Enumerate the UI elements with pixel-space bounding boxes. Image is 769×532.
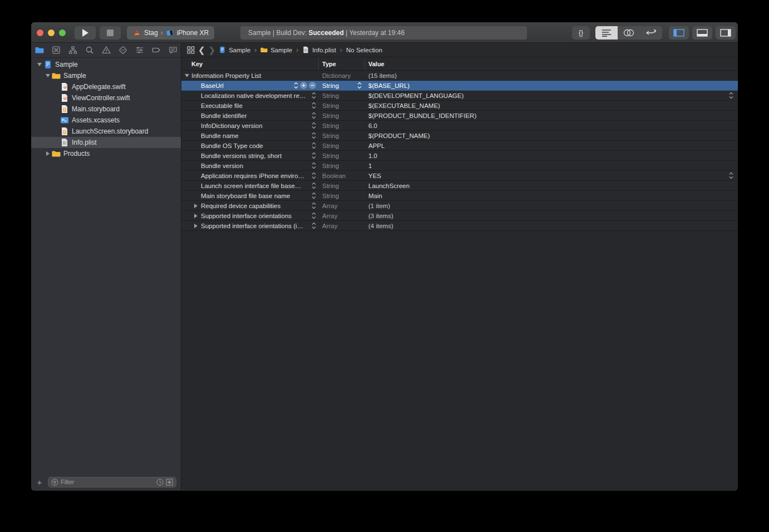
version-editor-button[interactable]	[640, 26, 662, 40]
type-stepper[interactable]	[357, 82, 362, 89]
tree-item-sample[interactable]: Sample	[31, 70, 181, 81]
value-stepper[interactable]	[729, 172, 733, 179]
zoom-window-button[interactable]	[59, 29, 66, 36]
scheme-selector[interactable]: Stag › iPhone XR	[127, 26, 214, 40]
disclosure-closed-icon[interactable]	[194, 204, 198, 208]
key-stepper[interactable]	[312, 222, 316, 229]
plist-row-launch-screen-interface-file-base[interactable]: Launch screen interface file base…String…	[181, 181, 738, 191]
xcode-window: Stag › iPhone XR Sample | Build Dev: Suc…	[31, 22, 738, 491]
key-stepper[interactable]	[312, 212, 316, 219]
toggle-inspector-button[interactable]	[716, 26, 736, 40]
source-control-navigator-icon[interactable]	[52, 46, 61, 55]
disclosure-open-icon[interactable]	[44, 74, 52, 77]
symbol-navigator-icon[interactable]	[68, 46, 77, 55]
recent-files-icon[interactable]	[156, 479, 164, 486]
stop-button[interactable]	[100, 26, 121, 40]
assistant-editor-button[interactable]	[618, 26, 640, 40]
plist-row-bundle-name[interactable]: Bundle nameString$(PRODUCT_NAME)	[181, 131, 738, 141]
toggle-navigator-button[interactable]	[669, 26, 689, 40]
breadcrumb-item[interactable]: Sample	[260, 46, 292, 53]
key-stepper[interactable]	[312, 132, 316, 139]
project-navigator-icon[interactable]	[35, 46, 44, 55]
plist-row-application-requires-iphone-enviro[interactable]: Application requires iPhone enviro…Boole…	[181, 171, 738, 181]
plist-row-bundle-versions-string-short[interactable]: Bundle versions string, shortString1.0	[181, 151, 738, 161]
plist-row-bundle-os-type-code[interactable]: Bundle OS Type codeStringAPPL	[181, 141, 738, 151]
column-header-value[interactable]: Value	[365, 57, 738, 70]
key-stepper[interactable]	[312, 122, 316, 129]
key-stepper[interactable]	[294, 82, 298, 89]
plist-row-baseurl[interactable]: BaseUrl+−String$(BASE_URL)	[181, 81, 738, 91]
plist-value-label: $(DEVELOPMENT_LANGUAGE)	[368, 92, 464, 99]
find-navigator-icon[interactable]	[85, 46, 94, 55]
plist-value-label: LaunchScreen	[368, 183, 410, 189]
plist-row-bundle-version[interactable]: Bundle versionString1	[181, 161, 738, 171]
tree-item-appdelegate-swift[interactable]: AppDelegate.swift	[31, 81, 181, 92]
add-file-button[interactable]: +	[36, 477, 43, 487]
tree-item-assets-xcassets[interactable]: Assets.xcassets	[31, 115, 181, 126]
run-button[interactable]	[75, 26, 96, 40]
tree-item-info-plist[interactable]: Info.plist	[31, 137, 181, 148]
minimize-window-button[interactable]	[48, 29, 55, 36]
tree-item-viewcontroller-swift[interactable]: ViewController.swift	[31, 92, 181, 104]
breadcrumb-item[interactable]: No Selection	[346, 47, 382, 53]
key-stepper[interactable]	[312, 192, 316, 199]
plist-row-information-property-list[interactable]: Information Property ListDictionary(15 i…	[181, 71, 738, 81]
plist-row-infodictionary-version[interactable]: InfoDictionary versionString6.0	[181, 121, 738, 131]
library-button[interactable]: {}	[572, 26, 590, 40]
plist-key-label: Executable file	[201, 102, 243, 109]
issue-navigator-icon[interactable]	[102, 46, 111, 55]
disclosure-closed-icon[interactable]	[194, 214, 198, 218]
plist-row-supported-interface-orientations-i[interactable]: Supported interface orientations (i…Arra…	[181, 221, 738, 231]
tree-item-launchscreen-storyboard[interactable]: LaunchScreen.storyboard	[31, 126, 181, 137]
go-back-button[interactable]: ❮	[198, 46, 205, 54]
add-row-button[interactable]: +	[300, 82, 307, 89]
key-stepper[interactable]	[312, 182, 316, 189]
file-tree: SampleSampleAppDelegate.swiftViewControl…	[31, 58, 181, 476]
key-stepper[interactable]	[312, 142, 316, 149]
column-header-type[interactable]: Type	[319, 57, 365, 70]
tree-item-main-storyboard[interactable]: Main.storyboard	[31, 104, 181, 115]
plist-row-executable-file[interactable]: Executable fileString$(EXECUTABLE_NAME)	[181, 101, 738, 111]
key-stepper[interactable]	[312, 202, 316, 209]
plist-row-main-storyboard-file-base-name[interactable]: Main storyboard file base nameStringMain	[181, 191, 738, 201]
filter-field[interactable]: Filter	[48, 477, 176, 487]
standard-editor-button[interactable]	[595, 26, 618, 40]
disclosure-open-icon[interactable]	[36, 63, 43, 66]
breadcrumb-item[interactable]: Sample	[219, 46, 250, 53]
plist-row-bundle-identifier[interactable]: Bundle identifierString$(PRODUCT_BUNDLE_…	[181, 111, 738, 121]
key-stepper[interactable]	[312, 162, 316, 169]
report-navigator-icon[interactable]	[169, 46, 178, 55]
key-stepper[interactable]	[312, 92, 316, 99]
plist-row-localization-native-development-re[interactable]: Localization native development re…Strin…	[181, 91, 738, 101]
plist-value-label: $(EXECUTABLE_NAME)	[368, 102, 440, 109]
key-stepper[interactable]	[312, 152, 316, 159]
go-forward-button[interactable]: ❯	[209, 46, 216, 54]
toolbar: Stag › iPhone XR Sample | Build Dev: Suc…	[31, 22, 738, 43]
disclosure-open-icon[interactable]	[185, 74, 189, 77]
breakpoint-navigator-icon[interactable]	[152, 46, 161, 55]
disclosure-closed-icon[interactable]	[44, 151, 52, 156]
disclosure-closed-icon[interactable]	[194, 224, 198, 228]
file-label: Info.plist	[72, 139, 97, 146]
key-stepper[interactable]	[312, 102, 316, 109]
value-stepper[interactable]	[729, 92, 733, 99]
key-stepper[interactable]	[312, 172, 316, 179]
plist-value-label: YES	[368, 173, 381, 179]
key-stepper[interactable]	[312, 112, 316, 119]
source-control-status-icon[interactable]	[166, 479, 173, 486]
debug-navigator-icon[interactable]	[135, 46, 144, 55]
related-items-icon[interactable]	[187, 46, 195, 54]
plist-row-required-device-capabilities[interactable]: Required device capabilitiesArray(1 item…	[181, 201, 738, 211]
test-navigator-icon[interactable]	[119, 46, 127, 55]
close-window-button[interactable]	[37, 29, 43, 36]
remove-row-button[interactable]: −	[309, 82, 316, 89]
assets-icon	[60, 116, 69, 125]
toggle-debug-area-button[interactable]	[692, 26, 712, 40]
tree-item-products[interactable]: Products	[31, 148, 181, 159]
plist-key-label: Bundle name	[201, 132, 239, 139]
column-header-key[interactable]: Key	[181, 57, 319, 70]
plist-row-supported-interface-orientations[interactable]: Supported interface orientationsArray(3 …	[181, 211, 738, 221]
breadcrumb-item[interactable]: Info.plist	[302, 46, 336, 53]
plist-type-label: Array	[322, 223, 337, 229]
tree-item-sample[interactable]: Sample	[31, 59, 181, 70]
